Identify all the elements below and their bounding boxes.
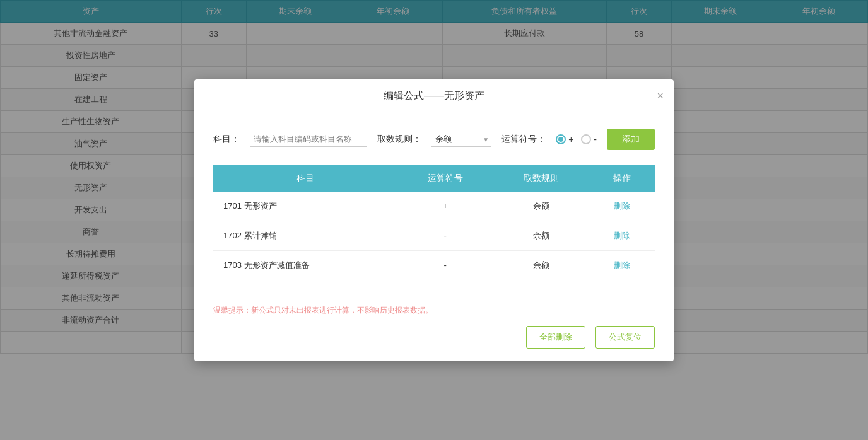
footer-buttons: 全部删除 公式复位: [213, 326, 655, 349]
modal-overlay: 编辑公式——无形资产 × 科目： 取数规则： 余额 借方 贷方 借方发生额: [0, 0, 868, 440]
row1-subject: 1701 无形资产: [213, 192, 397, 221]
table-header-row: 科目 运算符号 取数规则 操作: [213, 165, 655, 192]
operator-minus-radio[interactable]: -: [581, 134, 597, 144]
row2-operator: -: [397, 221, 493, 250]
col-header-action: 操作: [589, 165, 655, 192]
modal-title: 编辑公式——无形资产: [384, 90, 484, 101]
operator-plus-radio[interactable]: +: [556, 134, 573, 144]
table-row: 1703 无形资产减值准备 - 余额 删除: [213, 250, 655, 280]
modal-footer: 温馨提示：新公式只对未出报表进行计算，不影响历史报表数据。 全部删除 公式复位: [194, 305, 674, 361]
row3-action[interactable]: 删除: [589, 250, 655, 280]
footer-hint: 温馨提示：新公式只对未出报表进行计算，不影响历史报表数据。: [213, 305, 655, 316]
row1-operator: +: [397, 192, 493, 221]
delete-link-row3[interactable]: 删除: [614, 260, 630, 270]
row1-rule: 余额: [493, 192, 589, 221]
operator-minus-label: -: [594, 134, 597, 144]
operator-radio-group: + -: [556, 134, 597, 144]
subject-input[interactable]: [250, 132, 367, 147]
col-header-subject: 科目: [213, 165, 397, 192]
radio-circle-minus: [581, 134, 591, 144]
row2-rule: 余额: [493, 221, 589, 250]
modal-body: 科目： 取数规则： 余额 借方 贷方 借方发生额 贷方发生额 ▼ 运算符号: [194, 113, 674, 305]
reset-formula-button[interactable]: 公式复位: [595, 326, 655, 349]
delete-all-button[interactable]: 全部删除: [526, 326, 585, 349]
operator-plus-label: +: [568, 134, 573, 144]
col-header-rule: 取数规则: [493, 165, 589, 192]
row1-action[interactable]: 删除: [589, 192, 655, 221]
formula-form: 科目： 取数规则： 余额 借方 贷方 借方发生额 贷方发生额 ▼ 运算符号: [213, 129, 655, 150]
row2-action[interactable]: 删除: [589, 221, 655, 250]
row3-operator: -: [397, 250, 493, 280]
table-row: 1702 累计摊销 - 余额 删除: [213, 221, 655, 250]
modal-dialog: 编辑公式——无形资产 × 科目： 取数规则： 余额 借方 贷方 借方发生额: [194, 79, 674, 361]
col-header-operator: 运算符号: [397, 165, 493, 192]
subject-label: 科目：: [213, 134, 240, 145]
add-button[interactable]: 添加: [607, 129, 655, 150]
delete-link-row1[interactable]: 删除: [614, 201, 630, 211]
modal-header: 编辑公式——无形资产 ×: [194, 79, 674, 113]
row3-rule: 余额: [493, 250, 589, 280]
rule-select[interactable]: 余额 借方 贷方 借方发生额 贷方发生额: [431, 132, 491, 147]
modal-close-button[interactable]: ×: [657, 90, 664, 101]
row3-subject: 1703 无形资产减值准备: [213, 250, 397, 280]
row2-subject: 1702 累计摊销: [213, 221, 397, 250]
operator-label: 运算符号：: [501, 134, 546, 145]
rule-select-wrapper: 余额 借方 贷方 借方发生额 贷方发生额 ▼: [431, 132, 491, 147]
formula-table: 科目 运算符号 取数规则 操作 1701 无形资产 + 余额 删除: [213, 165, 655, 280]
delete-link-row2[interactable]: 删除: [614, 231, 630, 240]
radio-circle-plus: [556, 134, 566, 144]
rule-label: 取数规则：: [377, 134, 421, 145]
page-wrapper: 资产 行次 期末余额 年初余额 负债和所有者权益 行次 期末余额 年初余额 其他…: [0, 0, 868, 440]
table-row: 1701 无形资产 + 余额 删除: [213, 192, 655, 221]
